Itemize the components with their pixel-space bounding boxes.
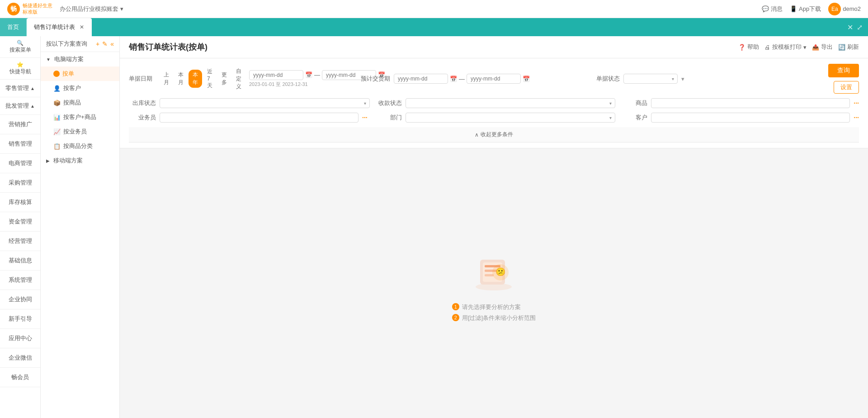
operations-label: 经营管理 — [9, 237, 32, 245]
goods-more-button[interactable]: ··· — [854, 100, 859, 107]
category-icon: 📋 — [53, 143, 61, 150]
tab-sales-order[interactable]: 销售订单统计表 ✕ — [27, 18, 92, 36]
date-btn-7days[interactable]: 近7天 — [203, 66, 217, 91]
customer-input[interactable] — [651, 113, 850, 123]
expand-icon[interactable]: ⤢ — [857, 23, 863, 32]
arrow-icon: ▲ — [30, 86, 35, 91]
left-panel-actions: + ✎ « — [96, 40, 114, 48]
expected-calendar-start-icon[interactable]: 📅 — [450, 76, 457, 82]
user-menu-button[interactable]: Ea demo2 — [828, 3, 861, 15]
wechat-label: 企业微信 — [9, 354, 32, 362]
sidebar-item-inventory[interactable]: 库存核算 — [0, 193, 40, 212]
edit-scheme-button[interactable]: ✎ — [102, 40, 108, 48]
export-button[interactable]: 📤 导出 — [812, 43, 833, 51]
date-btn-more[interactable]: 更多 — [217, 70, 231, 88]
close-tab-icon[interactable]: ✕ — [80, 24, 84, 30]
base-info-label: 基础信息 — [9, 256, 32, 265]
department-select[interactable] — [406, 113, 616, 123]
expected-calendar-end-icon[interactable]: 📅 — [523, 76, 530, 82]
sidebar-quick-nav[interactable]: ⭐ 快捷导航 — [0, 58, 40, 80]
sidebar-item-newbie[interactable]: 新手引导 — [0, 309, 40, 329]
tree-item-mobile[interactable]: ▶ 移动端方案 — [41, 153, 119, 168]
add-scheme-button[interactable]: + — [96, 40, 99, 48]
empty-tip-2-text: 用[过滤]条件来缩小分析范围 — [462, 314, 536, 322]
app-center-label: 应用中心 — [9, 334, 32, 342]
sidebar-item-wholesale[interactable]: 批发管理 ▲ — [0, 97, 40, 115]
app-selector[interactable]: 办公用品行业模拟账套 ▾ — [56, 3, 127, 15]
sidebar-item-enterprise[interactable]: 企业协同 — [0, 290, 40, 309]
tree-mobile-label: 移动端方案 — [53, 157, 83, 165]
help-button[interactable]: ❓ 帮助 — [738, 43, 759, 51]
sidebar-item-marketing[interactable]: 营销推广 — [0, 115, 40, 134]
chevron-down-icon: ▾ — [120, 5, 123, 12]
salesperson-input[interactable] — [160, 113, 359, 123]
sidebar-item-retail[interactable]: 零售管理 ▲ — [0, 80, 40, 97]
sidebar-item-system[interactable]: 系统管理 — [0, 271, 40, 290]
tree-item-pc[interactable]: ▼ 电脑端方案 — [41, 52, 119, 66]
tree-by-customer-goods-label: 按客户+商品 — [63, 113, 96, 121]
date-btn-custom[interactable]: 自定义 — [232, 66, 245, 92]
member-label: 畅会员 — [11, 373, 29, 381]
payment-status-select[interactable] — [406, 98, 616, 108]
tree-item-by-customer[interactable]: 👤 按客户 — [41, 81, 119, 95]
left-panel-header: 按以下方案查询 + ✎ « — [41, 36, 119, 52]
sidebar-item-wechat[interactable]: 企业微信 — [0, 348, 40, 368]
expected-date-start-input[interactable] — [394, 74, 448, 84]
sidebar-item-purchase[interactable]: 采购管理 — [0, 173, 40, 193]
print-button[interactable]: 🖨 按模板打印 ▾ — [764, 43, 807, 51]
print-icon: 🖨 — [764, 44, 770, 51]
empty-tip-1: 1 请先选择要分析的方案 — [452, 303, 536, 311]
collapse-button[interactable]: ∧ 收起更多条件 — [475, 131, 513, 138]
date-start-input[interactable] — [249, 70, 303, 80]
topbar-right: 💬 消息 📱 App下载 Ea demo2 — [762, 3, 861, 15]
settings-button[interactable]: 设置 — [834, 81, 859, 94]
expected-date-label: 预计交货期 — [361, 75, 390, 83]
sidebar-item-base-info[interactable]: 基础信息 — [0, 251, 40, 271]
delivery-status-wrapper — [160, 98, 370, 108]
logo-area: 畅 畅捷通好生意 标准版 — [7, 3, 52, 15]
expected-date-input-group: 📅 — 📅 — [394, 74, 530, 84]
collapse-panel-button[interactable]: « — [110, 40, 114, 48]
date-btn-this-year[interactable]: 本年 — [189, 70, 202, 88]
search-menu-label: 搜索菜单 — [4, 46, 37, 54]
delivery-status-select[interactable] — [160, 98, 370, 108]
sales-label: 销售管理 — [9, 140, 32, 148]
sidebar-search[interactable]: 🔍 搜索菜单 — [0, 36, 40, 58]
department-wrapper — [406, 113, 616, 123]
close-all-icon[interactable]: ✕ — [847, 23, 853, 32]
tree-item-by-customer-goods[interactable]: 📊 按客户+商品 — [41, 110, 119, 124]
message-button[interactable]: 💬 消息 — [762, 5, 783, 13]
sidebar-item-operations[interactable]: 经营管理 — [0, 232, 40, 251]
date-btn-last-month[interactable]: 上月 — [160, 70, 173, 88]
tree-item-by-category[interactable]: 📋 按商品分类 — [41, 139, 119, 153]
department-label: 部门 — [375, 114, 402, 122]
expected-date-end-input[interactable] — [467, 74, 521, 84]
goods-input[interactable] — [651, 98, 850, 108]
search-button[interactable]: 查询 — [828, 64, 859, 77]
customer-more-button[interactable]: ··· — [854, 114, 859, 121]
sidebar-item-finance[interactable]: 资金管理 — [0, 212, 40, 232]
sidebar-item-app-center[interactable]: 应用中心 — [0, 329, 40, 348]
logo-icon: 畅 — [7, 3, 20, 15]
sidebar-item-ecommerce[interactable]: 电商管理 — [0, 154, 40, 173]
tab-home[interactable]: 首页 — [0, 18, 27, 36]
refresh-button[interactable]: 🔄 刷新 — [838, 43, 859, 51]
tree-pc-label: 电脑端方案 — [54, 55, 84, 63]
tree-item-by-salesperson[interactable]: 📈 按业务员 — [41, 124, 119, 139]
logo-text: 畅捷通好生意 标准版 — [23, 3, 52, 14]
svg-text:😕: 😕 — [495, 267, 506, 277]
print-label: 按模板打印 — [772, 43, 802, 51]
empty-tips: 1 请先选择要分析的方案 2 用[过滤]条件来缩小分析范围 — [452, 303, 536, 325]
app-download-button[interactable]: 📱 App下载 — [790, 5, 821, 13]
order-status-select[interactable] — [623, 74, 678, 84]
sidebar-item-member[interactable]: 畅会员 — [0, 368, 40, 387]
tree-item-by-goods[interactable]: 📦 按商品 — [41, 95, 119, 110]
tree-item-by-order[interactable]: 按单 — [41, 66, 119, 81]
salesperson-more-button[interactable]: ··· — [362, 114, 368, 121]
date-btn-this-month[interactable]: 本月 — [174, 70, 188, 88]
download-icon: 📱 — [790, 5, 797, 12]
sidebar-item-sales[interactable]: 销售管理 — [0, 134, 40, 154]
calendar-start-icon[interactable]: 📅 — [305, 71, 312, 78]
left-panel-title: 按以下方案查询 — [46, 40, 87, 48]
ecommerce-label: 电商管理 — [9, 159, 32, 167]
